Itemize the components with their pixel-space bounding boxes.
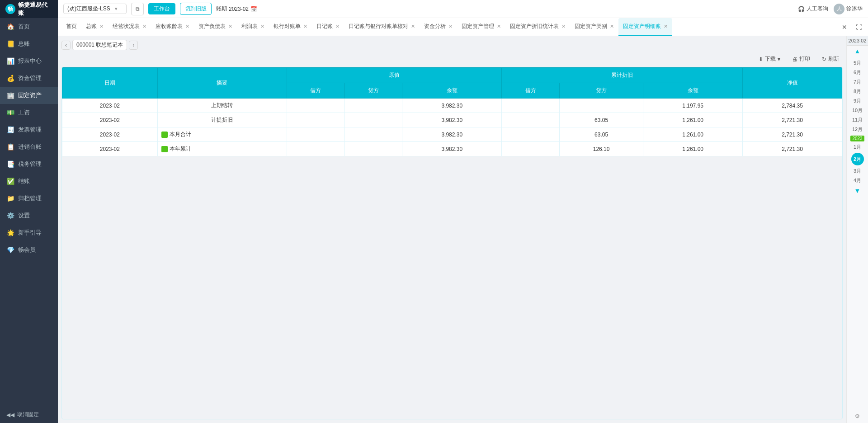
left-panel: ‹ 000001 联想笔记本 › ⬇ 下载 ▾ 🖨 打印	[58, 36, 846, 423]
period-year-top[interactable]: 2023.02	[847, 36, 868, 46]
tab-balance-close[interactable]: ✕	[228, 24, 232, 29]
sidebar-item-archive[interactable]: 📁 归档管理	[0, 190, 58, 207]
tab-receivable[interactable]: 应收账龄表 ✕	[151, 18, 194, 36]
archive-icon: 📁	[6, 195, 14, 202]
period-month-11[interactable]: 11月	[847, 115, 868, 125]
tab-receivable-close[interactable]: ✕	[185, 24, 189, 29]
tab-bank-reconcile[interactable]: 日记账与银行对账单核对 ✕	[344, 18, 420, 36]
tab-fixed-detail-label: 固定资产明细账	[623, 23, 661, 30]
sidebar-item-label: 资金管理	[18, 74, 42, 82]
work-bench-button[interactable]: 工作台	[148, 3, 175, 14]
table-row: 2023-02本月合计3,982.3063.051,261.002,721.30	[62, 127, 842, 142]
cell-balance1: 3,982.30	[402, 99, 502, 113]
tab-fixed-mgmt[interactable]: 固定资产管理 ✕	[457, 18, 505, 36]
tab-profit[interactable]: 利润表 ✕	[237, 18, 269, 36]
table-row: 2023-02计提折旧3,982.3063.051,261.002,721.30	[62, 113, 842, 127]
service-label: 人工客询	[807, 5, 828, 13]
sidebar-item-salary[interactable]: 💵 工资	[0, 104, 58, 121]
breadcrumb-next-button[interactable]: ›	[129, 41, 138, 50]
refresh-button[interactable]: ↻ 刷新	[818, 54, 843, 64]
print-label: 打印	[799, 55, 810, 63]
period-month-10[interactable]: 10月	[847, 106, 868, 115]
tab-fixed-detail-close[interactable]: ✕	[664, 24, 668, 29]
sidebar-item-settlement[interactable]: ✅ 结账	[0, 173, 58, 190]
tab-bank[interactable]: 银行对账单 ✕	[269, 18, 312, 36]
invoice-icon: 🧾	[6, 126, 14, 133]
settlement-icon: ✅	[6, 178, 14, 185]
copy-button[interactable]: ⧉	[131, 3, 144, 15]
tab-balance[interactable]: 资产负债表 ✕	[194, 18, 237, 36]
sales-icon: 📋	[6, 143, 14, 150]
col-accumulated: 累计折旧	[502, 68, 743, 83]
tab-home[interactable]: 首页	[61, 18, 81, 36]
sidebar-item-vip[interactable]: 💎 畅会员	[0, 241, 58, 258]
sidebar-item-funds[interactable]: 💰 资金管理	[0, 70, 58, 87]
sidebar-item-label: 新手引导	[18, 229, 42, 237]
tab-fund-analysis[interactable]: 资金分析 ✕	[420, 18, 457, 36]
tab-ledger[interactable]: 总账 ✕	[81, 18, 108, 36]
period-month-7[interactable]: 7月	[847, 77, 868, 87]
tab-depreciation-stat[interactable]: 固定资产折旧统计表 ✕	[505, 18, 570, 36]
tab-fixed-mgmt-label: 固定资产管理	[462, 23, 494, 30]
calendar-icon[interactable]: 📅	[250, 6, 257, 12]
tab-fund-analysis-close[interactable]: ✕	[448, 24, 453, 29]
period-scroll-down-button[interactable]: ▼	[847, 185, 868, 196]
tab-fixed-detail[interactable]: 固定资产明细账 ✕	[618, 18, 672, 36]
period-month-9[interactable]: 9月	[847, 96, 868, 106]
sidebar-item-fixed-assets[interactable]: 🏢 固定资产	[0, 87, 58, 104]
tab-depreciation-stat-close[interactable]: ✕	[561, 24, 566, 29]
tab-business-close[interactable]: ✕	[142, 24, 146, 29]
sidebar-item-home[interactable]: 🏠 首页	[0, 18, 58, 35]
sidebar-item-guide[interactable]: 🌟 新手引导	[0, 224, 58, 241]
sidebar-item-reports[interactable]: 📊 报表中心	[0, 52, 58, 70]
tab-bank-reconcile-close[interactable]: ✕	[411, 24, 415, 29]
col-balance1: 余额	[402, 83, 502, 99]
service-btn[interactable]: 🎧 人工客询	[798, 5, 828, 13]
breadcrumb-tag[interactable]: 000001 联想笔记本	[72, 40, 127, 50]
tab-business[interactable]: 经营状况表 ✕	[108, 18, 151, 36]
company-selector[interactable]: (劝)江西服坐-LSS ▼	[63, 4, 127, 14]
detail-table: 日期 摘要 原值 累计折旧 净值 借方 贷方 余额 借方 贷方 余额	[62, 67, 842, 156]
period-month-4[interactable]: 4月	[847, 176, 868, 185]
cell-balance1: 3,982.30	[402, 113, 502, 127]
tabs-maximize-button[interactable]: ⛶	[854, 22, 864, 33]
logo-icon: 畅	[5, 4, 15, 14]
period-month-2-active[interactable]: 2月	[851, 153, 864, 165]
sidebar-unpin[interactable]: ◀◀ 取消固定	[0, 406, 58, 423]
switch-version-button[interactable]: 切到旧版	[180, 3, 212, 15]
sidebar-item-label: 结账	[18, 177, 30, 185]
period-scroll-up-button[interactable]: ▲	[847, 46, 868, 56]
print-button[interactable]: 🖨 打印	[788, 54, 814, 64]
tab-journal[interactable]: 日记账 ✕	[312, 18, 344, 36]
tabs-close-all-button[interactable]: ✕	[839, 22, 850, 33]
tab-fixed-category-close[interactable]: ✕	[610, 24, 614, 29]
cell-debit2	[502, 99, 560, 113]
tab-journal-close[interactable]: ✕	[335, 24, 340, 29]
sidebar-item-sales[interactable]: 📋 进销台账	[0, 138, 58, 155]
sidebar-item-label: 设置	[18, 212, 30, 220]
period-month-8[interactable]: 8月	[847, 87, 868, 96]
col-credit2: 贷方	[559, 83, 643, 99]
tab-ledger-close[interactable]: ✕	[99, 24, 104, 29]
sidebar-item-settings[interactable]: ⚙️ 设置	[0, 207, 58, 224]
period-month-3[interactable]: 3月	[847, 166, 868, 176]
cell-date: 2023-02	[62, 127, 158, 142]
tab-fixed-mgmt-close[interactable]: ✕	[497, 24, 501, 29]
period-month-6[interactable]: 6月	[847, 68, 868, 77]
refresh-icon: ↻	[822, 56, 826, 62]
period-month-5[interactable]: 5月	[847, 58, 868, 68]
funds-icon: 💰	[6, 75, 14, 82]
breadcrumb-prev-button[interactable]: ‹	[61, 41, 71, 50]
user-info[interactable]: 人 徐涿华	[834, 4, 863, 14]
sidebar-item-ledger[interactable]: 📒 总账	[0, 35, 58, 52]
tab-profit-close[interactable]: ✕	[260, 24, 264, 29]
tab-bank-close[interactable]: ✕	[303, 24, 307, 29]
sidebar-item-invoice[interactable]: 🧾 发票管理	[0, 121, 58, 138]
period-month-1[interactable]: 1月	[847, 142, 868, 152]
period-month-12[interactable]: 12月	[847, 125, 868, 134]
download-button[interactable]: ⬇ 下载 ▾	[755, 54, 784, 64]
period-settings-icon[interactable]: ⚙	[851, 409, 863, 423]
sidebar-item-label: 总账	[18, 40, 30, 48]
tab-fixed-category[interactable]: 固定资产类别 ✕	[570, 18, 618, 36]
sidebar-item-tax[interactable]: 📑 税务管理	[0, 155, 58, 173]
